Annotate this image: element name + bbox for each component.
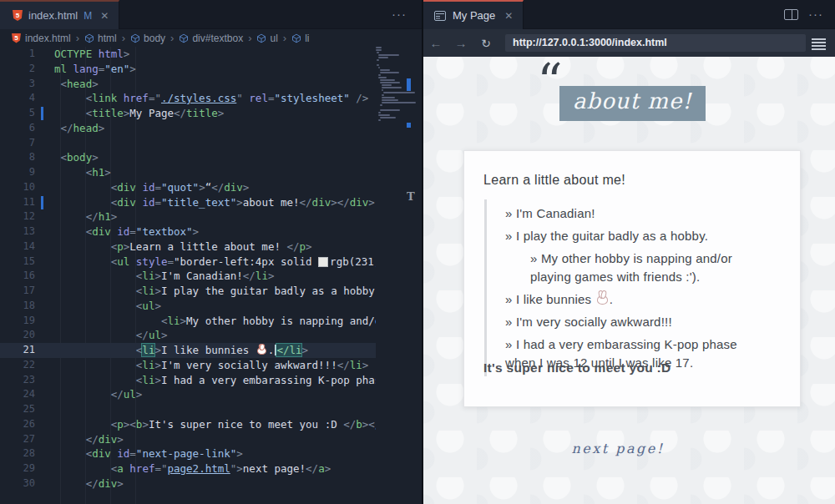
back-button[interactable]: ←: [423, 36, 448, 50]
minimap-line: [380, 109, 400, 111]
code-line[interactable]: 15 <ul style="border-left:4px solid rgb(…: [0, 255, 376, 270]
minimap[interactable]: T: [376, 47, 420, 504]
minimap-line: [378, 112, 381, 113]
breadcrumb-separator-icon: ›: [170, 32, 174, 44]
rendered-page: “ about me! Learn a little about me! » I…: [423, 57, 835, 504]
code-line[interactable]: 1OCTYPE html>: [0, 47, 376, 62]
browser-more-actions-icon[interactable]: ···: [808, 7, 823, 21]
symbol-cube-icon: [179, 33, 189, 43]
symbol-cube-icon: [256, 33, 266, 43]
minimap-line: [380, 104, 382, 106]
minimap-line: [382, 84, 392, 86]
minimap-line: [380, 69, 390, 71]
tab-index-html[interactable]: 5 index.html M ✕: [0, 0, 119, 29]
rabbit-emoji: [257, 347, 266, 355]
tab-my-page[interactable]: My Page ✕: [423, 0, 524, 29]
line-number: 13: [0, 224, 35, 239]
list-item: » I'm Canadian!: [505, 204, 756, 223]
code-line[interactable]: 6 </head>: [0, 121, 376, 136]
line-number: 23: [0, 373, 35, 388]
breadcrumb-separator-icon: ›: [248, 32, 251, 44]
minimap-line: [383, 92, 414, 93]
code-line[interactable]: 28 <div id="next-page-link">: [0, 446, 376, 461]
split-editor-icon[interactable]: [784, 9, 798, 20]
color-swatch: [319, 258, 327, 266]
code-line[interactable]: 5 <title>My Page</title>: [0, 106, 376, 121]
code-line[interactable]: 29 <a href="page2.html">next page!</a>: [0, 461, 376, 476]
code-line[interactable]: 19 <li>My other hobby is napping and/or …: [0, 314, 376, 329]
minimap-line: [378, 74, 381, 76]
modified-line-indicator: [41, 107, 43, 120]
breadcrumb-item[interactable]: ul: [256, 33, 277, 44]
code-line[interactable]: 13 <div id="textbox">: [0, 224, 376, 239]
editor-more-actions-icon[interactable]: ···: [392, 7, 407, 21]
code-line[interactable]: 4 <link href="./styles.css" rel="stylesh…: [0, 91, 376, 106]
vscode-window: 5 index.html M ✕ ··· 5 index.html ›html›…: [0, 0, 835, 504]
list-marker: »: [505, 315, 516, 329]
code-line[interactable]: 21 <li>I like bunnies .</li>: [0, 343, 376, 358]
minimap-line: [378, 77, 387, 78]
code-line[interactable]: 18 <ul>: [0, 299, 376, 314]
code-line[interactable]: 24 </ul>: [0, 387, 376, 402]
code-line[interactable]: 27 </div>: [0, 432, 376, 447]
minimap-line: [382, 102, 416, 103]
minimap-line: [376, 47, 382, 48]
line-number: 27: [0, 432, 35, 447]
tab-title: index.html: [28, 9, 78, 22]
minimap-line: [377, 64, 379, 66]
list-marker: »: [505, 206, 516, 220]
about-list: » I'm Canadian!» I play the guitar badly…: [484, 199, 783, 376]
breadcrumb-separator-icon: ›: [122, 32, 125, 44]
close-tab-icon[interactable]: ✕: [504, 10, 513, 22]
line-number: 21: [0, 343, 35, 358]
breadcrumb-item[interactable]: body: [130, 33, 165, 44]
url-input[interactable]: http://127.0.0.1:3000/index.html: [505, 34, 806, 52]
line-number: 19: [0, 314, 35, 329]
code-line[interactable]: 25: [0, 402, 376, 417]
code-line[interactable]: 20 </ul>: [0, 328, 376, 343]
rabbit-emoji: [597, 295, 608, 305]
forward-button[interactable]: →: [448, 36, 473, 50]
code-line[interactable]: 3 <head>: [0, 77, 376, 92]
breadcrumb-item[interactable]: li: [291, 33, 309, 44]
browser-menu-icon[interactable]: [812, 38, 826, 50]
breadcrumb-item[interactable]: html: [84, 33, 117, 44]
code-line[interactable]: 26 <p><b>It's super nice to meet you :D …: [0, 417, 376, 432]
code-line[interactable]: 11 <div id="title_text">about me!</div><…: [0, 195, 376, 210]
modified-line-indicator: [41, 196, 43, 209]
breadcrumb-separator-icon: ›: [76, 32, 79, 44]
minimap-line: [377, 59, 380, 61]
code-line[interactable]: 17 <li>I play the guitar badly as a hobb…: [0, 284, 376, 299]
next-page-link[interactable]: next page!: [423, 441, 812, 456]
symbol-cube-icon: [84, 33, 94, 43]
code-line[interactable]: 16 <li>I'm Canadian!</li>: [0, 269, 376, 284]
line-number: 22: [0, 358, 35, 373]
code-line[interactable]: 23 <li>I had a very embarassing K-pop ph…: [0, 373, 376, 388]
code-line[interactable]: 7: [0, 136, 376, 151]
code-line[interactable]: 12 </h1>: [0, 209, 376, 224]
browser-nav-bar: ← → ↻ http://127.0.0.1:3000/index.html: [423, 29, 835, 57]
breadcrumb-item[interactable]: div#textbox: [179, 33, 243, 44]
reload-button[interactable]: ↻: [473, 37, 498, 50]
code-line[interactable]: 2ml lang="en">: [0, 62, 376, 77]
line-number: 7: [0, 136, 35, 151]
minimap-line: [376, 49, 382, 51]
line-number: 9: [0, 165, 35, 180]
code-line[interactable]: 22 <li>I'm very socially awkward!!!</li>: [0, 358, 376, 373]
symbol-cube-icon: [130, 33, 140, 43]
list-marker: »: [505, 337, 516, 351]
code-line[interactable]: 30 </div>: [0, 476, 376, 491]
close-tab-icon[interactable]: ✕: [100, 10, 109, 22]
minimap-line: [378, 54, 399, 56]
list-item: » I play the guitar badly as a hobby.: [505, 227, 756, 245]
quote-mark: “: [537, 57, 563, 107]
breadcrumb-file[interactable]: index.html: [25, 33, 71, 44]
line-number: 28: [0, 446, 35, 461]
code-line[interactable]: 9 <h1>: [0, 165, 376, 180]
code-editor[interactable]: 1OCTYPE html>2ml lang="en">3 <head>4 <li…: [0, 47, 376, 504]
code-line[interactable]: 8 <body>: [0, 150, 376, 165]
line-number: 10: [0, 180, 35, 195]
code-line[interactable]: 10 <div id="quot">“</div>: [0, 180, 376, 195]
code-line[interactable]: 14 <p>Learn a little about me! </p>: [0, 239, 376, 255]
minimap-line: [378, 67, 380, 68]
